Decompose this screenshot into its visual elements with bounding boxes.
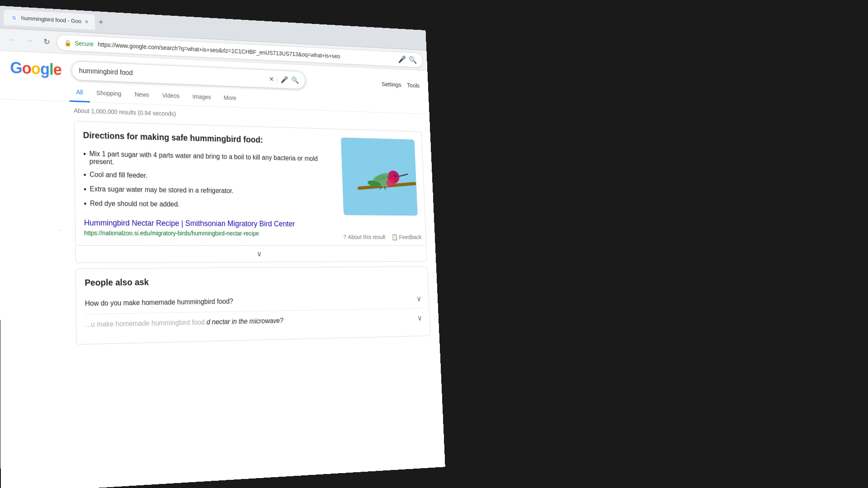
search-clear-icon[interactable]: ✕	[269, 75, 274, 83]
search-icon[interactable]: 🔍	[409, 55, 417, 64]
feedback-icon: 📋	[391, 234, 397, 240]
tools-link[interactable]: Tools	[407, 81, 420, 89]
secure-label: Secure	[75, 40, 94, 47]
paa-chevron-1-icon: ∨	[416, 294, 421, 303]
tab-videos[interactable]: Videos	[156, 87, 186, 106]
about-result-button[interactable]: ? About this result	[343, 234, 385, 240]
forward-icon: →	[25, 36, 33, 46]
tab-more[interactable]: More	[217, 89, 243, 108]
svg-text:G: G	[13, 15, 16, 20]
direction-4: Red dye should not be added.	[84, 197, 337, 214]
google-search-page: Google hummingbird food ✕ 🎤 🔍 Settings T…	[0, 51, 445, 488]
search-query-text: hummingbird food	[79, 67, 269, 83]
featured-snippet: Directions for making safe hummingbird f…	[74, 121, 426, 246]
secure-lock-icon: 🔒	[64, 39, 71, 46]
main-content-area: About 1,000,000 results (0.94 seconds) D…	[0, 99, 439, 347]
logo-o2: o	[31, 60, 40, 78]
snippet-source-link[interactable]: Hummingbird Nectar Recipe | Smithsonian …	[84, 218, 338, 229]
reload-icon: ↻	[43, 37, 50, 47]
snippet-title: Directions for making safe hummingbird f…	[83, 130, 335, 146]
people-also-ask-section: People also ask How do you make homemade…	[75, 266, 431, 345]
paa-question-2: ...u make homemade hummingbird food d ne…	[85, 317, 283, 328]
settings-link[interactable]: Settings	[382, 80, 401, 88]
logo-l: l	[49, 61, 53, 78]
question-circle-icon: ?	[343, 234, 346, 240]
tab-close-button[interactable]: ×	[85, 18, 89, 25]
new-tab-button[interactable]: +	[95, 15, 107, 29]
snippet-source-url: https://nationalzoo.si.edu/migratory-bir…	[84, 230, 338, 237]
browser-window: G hummingbird food - Goo × + ← → ↻ 🔒 Sec…	[0, 6, 445, 488]
snippet-content: Directions for making safe hummingbird f…	[83, 130, 339, 237]
snippet-actions: ? About this result 📋 Feedback	[343, 234, 421, 240]
paa-chevron-2-icon: ∨	[417, 314, 422, 323]
logo-o1: o	[22, 59, 31, 77]
tab-all[interactable]: All	[69, 83, 90, 103]
google-logo: Google	[10, 59, 61, 79]
snippet-expand-area[interactable]: ∨	[75, 246, 427, 263]
logo-e: e	[53, 61, 61, 79]
microphone-icon[interactable]: 🎤	[398, 55, 406, 64]
google-favicon-icon: G	[11, 14, 18, 21]
tab-news[interactable]: News	[128, 85, 156, 105]
reload-button[interactable]: ↻	[39, 34, 53, 49]
tab-images[interactable]: Images	[186, 88, 217, 107]
snippet-directions-list: Mix 1 part sugar with 4 parts water and …	[83, 147, 338, 214]
hummingbird-svg	[341, 137, 418, 216]
paa-title: People also ask	[85, 275, 420, 288]
logo-g2: g	[40, 60, 49, 78]
tab-title: hummingbird food - Goo	[21, 15, 81, 24]
feedback-button[interactable]: 📋 Feedback	[391, 234, 421, 240]
active-tab[interactable]: G hummingbird food - Goo ×	[4, 9, 95, 29]
tab-shopping[interactable]: Shopping	[90, 84, 128, 104]
snippet-hummingbird-image	[341, 137, 418, 216]
voice-search-icon[interactable]: 🎤	[280, 75, 288, 84]
paa-question-1: How do you make homemade hummingbird foo…	[85, 298, 233, 308]
logo-g1: G	[10, 59, 22, 77]
divider	[277, 74, 278, 84]
google-search-icon[interactable]: 🔍	[291, 76, 299, 84]
header-right: Settings Tools	[382, 80, 420, 89]
back-icon: ←	[8, 35, 16, 45]
expand-chevron-icon: ∨	[256, 249, 262, 258]
back-button[interactable]: ←	[5, 33, 19, 47]
forward-button[interactable]: →	[22, 33, 36, 48]
